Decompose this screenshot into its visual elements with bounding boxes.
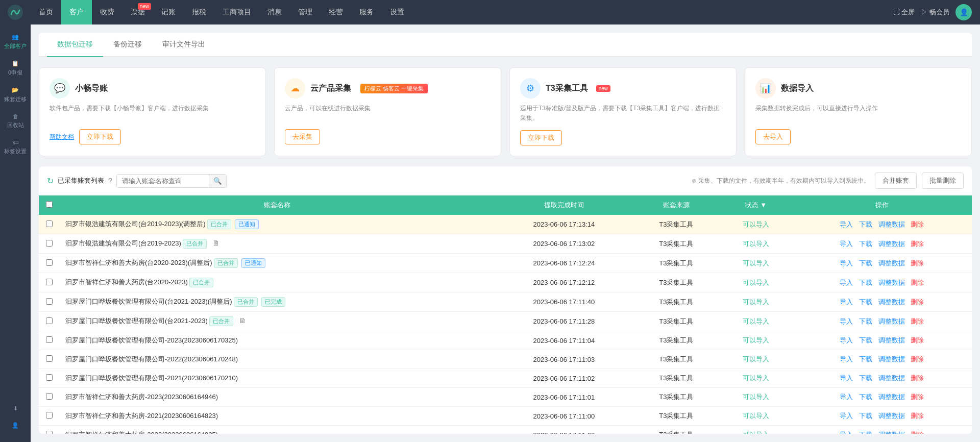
download-action[interactable]: 下载	[859, 431, 872, 434]
delete-action[interactable]: 删除	[911, 336, 924, 344]
search-button[interactable]: 🔍	[209, 175, 226, 187]
download-action[interactable]: 下载	[859, 279, 872, 286]
import-action[interactable]: 导入	[840, 279, 853, 286]
select-all-checkbox[interactable]	[46, 201, 53, 208]
row-checkbox[interactable]	[46, 374, 53, 381]
sidebar-item-account-migration[interactable]: 📂 账套迁移	[0, 82, 31, 108]
download-action[interactable]: 下载	[859, 355, 872, 363]
download-action[interactable]: 下载	[859, 220, 872, 228]
adjust-action[interactable]: 调整数据	[878, 355, 905, 363]
download-action[interactable]: 下载	[859, 336, 872, 344]
fullscreen-btn[interactable]: ⛶ 全屏	[893, 8, 915, 17]
import-action[interactable]: 导入	[840, 259, 853, 267]
app-logo[interactable]	[0, 4, 31, 20]
adjust-action[interactable]: 调整数据	[878, 279, 905, 286]
xiaochang-download-btn[interactable]: 立即下载	[79, 129, 121, 144]
nav-customer[interactable]: 客户	[61, 0, 92, 24]
adjust-action[interactable]: 调整数据	[878, 259, 905, 267]
nav-home[interactable]: 首页	[31, 0, 61, 24]
import-action[interactable]: 导入	[840, 220, 853, 228]
delete-action[interactable]: 删除	[911, 317, 924, 325]
sidebar-item-download[interactable]: ⬇	[0, 400, 31, 417]
adjust-action[interactable]: 调整数据	[878, 374, 905, 382]
header-status[interactable]: 状态 ▼	[720, 195, 792, 215]
row-checkbox[interactable]	[46, 298, 53, 305]
row-checkbox[interactable]	[46, 220, 53, 227]
row-checkbox[interactable]	[46, 393, 53, 400]
import-action[interactable]: 导入	[840, 412, 853, 420]
delete-action[interactable]: 删除	[911, 279, 924, 286]
download-action[interactable]: 下载	[859, 374, 872, 382]
adjust-action[interactable]: 调整数据	[878, 317, 905, 325]
row-checkbox[interactable]	[46, 317, 53, 324]
nav-business[interactable]: 工商项目	[214, 0, 259, 24]
adjust-action[interactable]: 调整数据	[878, 336, 905, 344]
download-action[interactable]: 下载	[859, 240, 872, 248]
nav-bookkeeping[interactable]: 记账	[153, 0, 184, 24]
row-checkbox[interactable]	[46, 412, 53, 419]
tab-audit-export[interactable]: 审计文件导出	[152, 33, 215, 57]
tab-backup-migration[interactable]: 备份迁移	[103, 33, 152, 57]
user-avatar[interactable]: 👤	[955, 4, 972, 20]
search-input[interactable]	[117, 175, 209, 187]
row-checkbox[interactable]	[46, 355, 53, 362]
import-action[interactable]: 导入	[840, 336, 853, 344]
import-btn[interactable]: 去导入	[755, 129, 791, 144]
cloud-collect-btn[interactable]: 去采集	[285, 129, 320, 144]
download-action[interactable]: 下载	[859, 317, 872, 325]
nav-operation[interactable]: 经营	[321, 0, 351, 24]
adjust-action[interactable]: 调整数据	[878, 240, 905, 248]
nav-settings[interactable]: 设置	[382, 0, 412, 24]
delete-action[interactable]: 删除	[911, 393, 924, 401]
delete-action[interactable]: 删除	[911, 220, 924, 228]
sidebar-item-user[interactable]: 👤	[0, 417, 31, 434]
nav-manage[interactable]: 管理	[290, 0, 321, 24]
sidebar-item-all-customers[interactable]: 👥 全部客户	[0, 29, 31, 55]
help-icon[interactable]: ?	[108, 177, 112, 185]
delete-action[interactable]: 删除	[911, 431, 924, 434]
vip-btn[interactable]: ▷ 畅会员	[921, 8, 949, 17]
nav-invoice[interactable]: 票据 new	[122, 0, 153, 24]
delete-action[interactable]: 删除	[911, 240, 924, 248]
row-checkbox[interactable]	[46, 431, 53, 434]
sidebar-item-recycle[interactable]: 🗑 回收站	[0, 108, 31, 134]
row-checkbox[interactable]	[46, 336, 53, 343]
tab-data-migration[interactable]: 数据包迁移	[47, 33, 103, 57]
delete-action[interactable]: 删除	[911, 298, 924, 306]
import-action[interactable]: 导入	[840, 393, 853, 401]
download-action[interactable]: 下载	[859, 298, 872, 306]
search-box[interactable]: 🔍	[116, 174, 227, 188]
xiaochang-help-link[interactable]: 帮助文档	[50, 133, 74, 141]
nav-charge[interactable]: 收费	[92, 0, 122, 24]
import-action[interactable]: 导入	[840, 240, 853, 248]
merge-account-btn[interactable]: 合并账套	[875, 173, 917, 189]
download-action[interactable]: 下载	[859, 412, 872, 420]
sidebar-item-tag-settings[interactable]: 🏷 标签设置	[0, 134, 31, 160]
adjust-action[interactable]: 调整数据	[878, 431, 905, 434]
adjust-action[interactable]: 调整数据	[878, 298, 905, 306]
import-action[interactable]: 导入	[840, 317, 853, 325]
t3-download-btn[interactable]: 立即下载	[520, 130, 562, 145]
import-action[interactable]: 导入	[840, 374, 853, 382]
download-action[interactable]: 下载	[859, 259, 872, 267]
delete-action[interactable]: 删除	[911, 374, 924, 382]
nav-service[interactable]: 服务	[351, 0, 382, 24]
import-action[interactable]: 导入	[840, 431, 853, 434]
delete-action[interactable]: 删除	[911, 355, 924, 363]
sidebar-item-report[interactable]: 📋 0申报	[0, 55, 31, 82]
refresh-icon[interactable]: ↻	[47, 176, 54, 186]
nav-message[interactable]: 消息	[259, 0, 290, 24]
row-checkbox[interactable]	[46, 279, 53, 285]
download-action[interactable]: 下载	[859, 393, 872, 401]
delete-action[interactable]: 删除	[911, 412, 924, 420]
import-action[interactable]: 导入	[840, 298, 853, 306]
adjust-action[interactable]: 调整数据	[878, 220, 905, 228]
nav-tax[interactable]: 报税	[184, 0, 214, 24]
row-checkbox[interactable]	[46, 240, 53, 247]
adjust-action[interactable]: 调整数据	[878, 393, 905, 401]
import-action[interactable]: 导入	[840, 355, 853, 363]
batch-delete-btn[interactable]: 批量删除	[922, 173, 964, 189]
row-checkbox[interactable]	[46, 259, 53, 266]
delete-action[interactable]: 删除	[911, 259, 924, 267]
adjust-action[interactable]: 调整数据	[878, 412, 905, 420]
